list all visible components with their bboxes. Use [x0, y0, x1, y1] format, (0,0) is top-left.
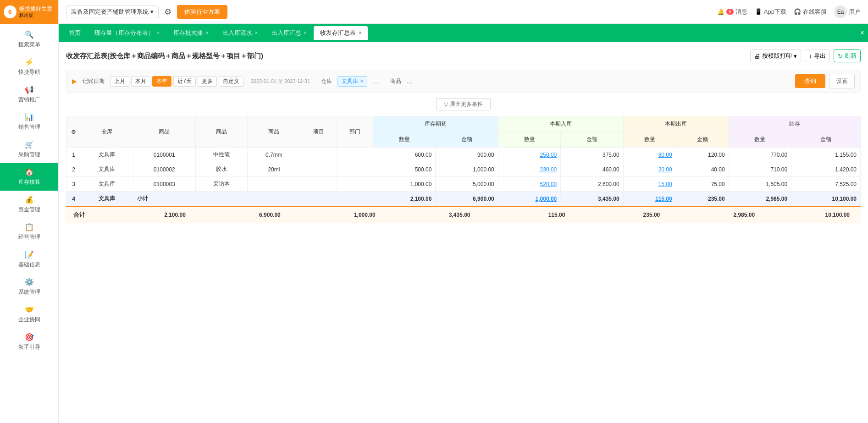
goods-more-dots[interactable]: ...	[407, 77, 413, 85]
table-row: 3 文具库 0100003 采访本 1,000.00 5,000.00 520.…	[66, 177, 861, 192]
warehouse-filter-label: 仓库	[321, 77, 332, 85]
tab-close-inout-flow[interactable]: ×	[255, 31, 258, 35]
chevron-down-icon: ▾	[794, 53, 797, 60]
subtotal-label: 小计	[133, 192, 373, 206]
row-out-amt: 120.00	[676, 148, 729, 162]
sidebar-item-collab[interactable]: 🤝 企业协同	[0, 301, 58, 328]
user-item[interactable]: Ea 用户	[834, 5, 861, 18]
sales-icon: 📊	[25, 113, 34, 121]
subtotal-warehouse: 文具库	[81, 192, 133, 206]
tabs-bar: 首页现存量（库存分布表）×库存批次账×出入库流水×出入库汇总×收发存汇总表××	[59, 24, 868, 42]
app-download-item[interactable]: 📱 App下载	[755, 8, 786, 16]
filter-bar: ▶ 记账日期 上月本月本年近7天更多自定义 2023-01-01 至 2023-…	[66, 70, 861, 93]
date-buttons: 上月本月本年近7天更多自定义	[110, 76, 243, 87]
date-btn-上月[interactable]: 上月	[110, 76, 129, 87]
sidebar-item-finance[interactable]: 💰 资金管理	[0, 191, 58, 218]
row-out-qty[interactable]: 80.00	[623, 148, 676, 162]
warehouse-tag-close[interactable]: ×	[360, 78, 363, 84]
refresh-button[interactable]: ↻ 刷新	[834, 49, 861, 62]
query-button[interactable]: 查询	[795, 74, 825, 88]
row-out-amt: 40.00	[676, 162, 729, 177]
print-icon: 🖨	[754, 53, 760, 60]
sidebar-item-sales[interactable]: 📊 销售管理	[0, 108, 58, 136]
tabs-bar-close[interactable]: ×	[860, 29, 864, 37]
basic-icon: 📝	[25, 250, 34, 259]
notification-item[interactable]: 🔔 6 消息	[717, 8, 747, 16]
tab-close-batch-account[interactable]: ×	[206, 31, 209, 35]
settings-icon[interactable]: ⚙	[164, 7, 171, 17]
row-goods-code: 0100003	[133, 177, 195, 192]
warehouse-tag: 文具库 ×	[337, 76, 367, 87]
export-button[interactable]: ↓ 导出	[805, 49, 830, 62]
tab-recv-send-summary[interactable]: 收发存汇总表×	[314, 26, 368, 40]
system-select[interactable]: 装备及固定资产辅助管理系统 ▾	[66, 5, 159, 18]
sidebar-item-system[interactable]: ⚙️ 系统管理	[0, 273, 58, 301]
date-btn-更多[interactable]: 更多	[198, 76, 217, 87]
filter-expand-arrow[interactable]: ▶	[72, 77, 77, 85]
tab-close-inventory-dist[interactable]: ×	[157, 31, 160, 35]
row-goods-name: 中性笔	[195, 148, 248, 162]
tab-close-inout-summary[interactable]: ×	[304, 31, 307, 35]
trial-button[interactable]: 体验行业方案	[177, 5, 227, 19]
finance-icon: 💰	[25, 195, 34, 204]
sidebar-item-label-inventory: 库存核算	[18, 178, 40, 186]
sidebar-item-search[interactable]: 🔍 搜索菜单	[0, 26, 58, 53]
content-area: 收发存汇总表(按仓库＋商品编码＋商品＋规格型号＋项目＋部门) 🖨 按模版打印 ▾…	[59, 42, 868, 423]
print-button[interactable]: 🖨 按模版打印 ▾	[750, 49, 801, 62]
date-btn-本年[interactable]: 本年	[152, 76, 171, 87]
sidebar-item-inventory[interactable]: 🏠 库存核算	[0, 163, 58, 191]
online-support-item[interactable]: 🎧 在线客服	[794, 8, 827, 16]
row-in-qty[interactable]: 520.00	[498, 177, 560, 192]
sidebar-item-purchase[interactable]: 🛒 采购管理	[0, 136, 58, 163]
tab-label-inout-flow: 出入库流水	[222, 29, 252, 37]
settings-button[interactable]: 设置	[829, 74, 855, 88]
sidebar-item-basic[interactable]: 📝 基础信息	[0, 246, 58, 273]
expand-label: 展开更多条件	[450, 100, 483, 108]
row-in-qty[interactable]: 230.00	[498, 162, 560, 177]
tab-inout-summary[interactable]: 出入库汇总×	[265, 26, 313, 40]
row-out-qty[interactable]: 20.00	[623, 162, 676, 177]
sidebar-item-label-search: 搜索菜单	[18, 41, 40, 49]
subtotal-out-qty[interactable]: 115.00	[623, 192, 676, 206]
subtotal-in-qty[interactable]: 1,000.00	[498, 192, 560, 206]
col-goods-spec-header: 商品	[248, 116, 300, 148]
footer-open-amt: 6,900.00	[189, 212, 284, 218]
sidebar-item-label-system: 系统管理	[18, 288, 40, 296]
warehouse-more-dots[interactable]: ...	[373, 77, 379, 85]
tab-inventory-dist[interactable]: 现存量（库存分布表）×	[88, 26, 166, 40]
tab-batch-account[interactable]: 库存批次账×	[167, 26, 215, 40]
tab-home[interactable]: 首页	[62, 26, 87, 40]
col-project-header: 项目	[300, 116, 337, 148]
row-goods-code: 0100001	[133, 148, 195, 162]
date-btn-近7天[interactable]: 近7天	[173, 76, 196, 87]
subtotal-close-amt: 10,100.00	[791, 192, 861, 206]
date-btn-自定义[interactable]: 自定义	[219, 76, 243, 87]
user-avatar: Ea	[834, 5, 847, 18]
col-opening-header: 库存期初	[373, 116, 498, 132]
footer-values: 2,100.00 6,900.00 1,000.00 3,435.00 115.…	[94, 212, 853, 218]
col-goods-code-header: 商品	[133, 116, 195, 148]
tab-inout-flow[interactable]: 出入库流水×	[216, 26, 264, 40]
tab-label-inout-summary: 出入库汇总	[271, 29, 301, 37]
headset-icon: 🎧	[794, 8, 801, 15]
sidebar-item-newbie[interactable]: 🎯 新手引导	[0, 328, 58, 356]
tab-label-batch-account: 库存批次账	[173, 29, 203, 37]
row-num: 1	[66, 148, 81, 162]
goods-filter-label: 商品	[390, 77, 401, 85]
row-out-qty[interactable]: 15.00	[623, 177, 676, 192]
sidebar-item-label-newbie: 新手引导	[18, 343, 40, 351]
date-btn-本月[interactable]: 本月	[131, 76, 150, 87]
row-dept	[337, 177, 373, 192]
topbar: 装备及固定资产辅助管理系统 ▾ ⚙ 体验行业方案 🔔 6 消息 📱 App下载 …	[59, 0, 868, 24]
row-goods-name: 胶水	[195, 162, 248, 177]
sidebar-item-quick[interactable]: ⚡ 快捷导航	[0, 53, 58, 81]
sidebar-item-marketing[interactable]: 📢 营销推广	[0, 81, 58, 108]
tab-close-recv-send-summary[interactable]: ×	[359, 31, 361, 35]
expand-conditions-button[interactable]: ▽ 展开更多条件	[436, 98, 491, 110]
tab-label-home: 首页	[69, 29, 81, 37]
table-settings-icon[interactable]: ⚙	[66, 116, 81, 148]
refresh-icon: ↻	[838, 53, 843, 60]
sidebar-item-operations[interactable]: 📋 经营管理	[0, 218, 58, 246]
row-in-qty[interactable]: 250.00	[498, 148, 560, 162]
sidebar-item-label-operations: 经营管理	[18, 233, 40, 241]
